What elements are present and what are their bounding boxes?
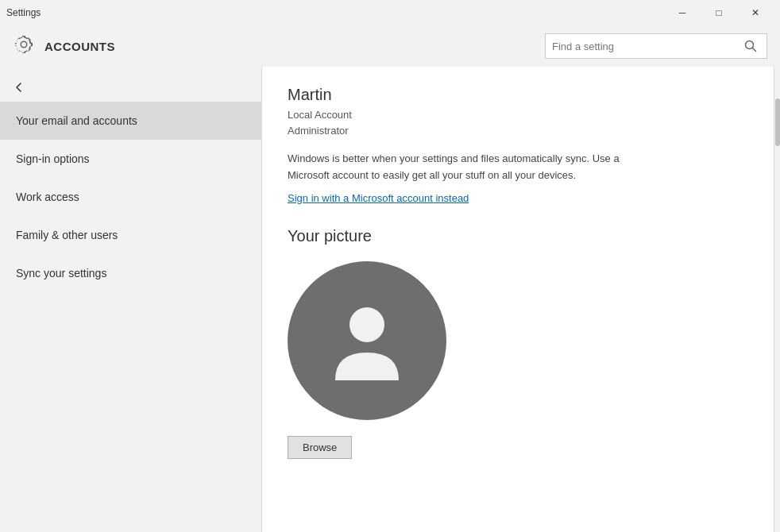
title-bar-controls: ─ □ ✕ (664, 0, 774, 25)
close-button[interactable]: ✕ (737, 0, 774, 25)
sidebar-item-sync-your-settings[interactable]: Sync your settings (0, 254, 261, 292)
user-name: Martin (288, 86, 748, 104)
title-bar-left: Settings (6, 7, 41, 18)
avatar (288, 261, 446, 420)
person-icon (327, 297, 407, 384)
browse-button[interactable]: Browse (288, 436, 352, 459)
sidebar-item-label: Family & other users (16, 229, 118, 241)
search-box (545, 33, 767, 59)
scrollbar-thumb[interactable] (775, 98, 780, 146)
gear-icon (13, 33, 35, 59)
maximize-button[interactable]: □ (701, 0, 737, 25)
minimize-button[interactable]: ─ (664, 0, 701, 25)
app-title: ACCOUNTS (44, 40, 115, 53)
main-layout: Your email and accounts Sign-in options … (0, 67, 780, 532)
search-icon (744, 40, 757, 52)
app-header-left: ACCOUNTS (13, 33, 115, 59)
title-bar-text: Settings (6, 7, 41, 18)
sidebar: Your email and accounts Sign-in options … (0, 67, 262, 532)
search-button[interactable] (735, 34, 766, 58)
back-row (0, 73, 261, 102)
sign-in-link[interactable]: Sign in with a Microsoft account instead (288, 192, 469, 204)
sidebar-item-your-email-and-accounts[interactable]: Your email and accounts (0, 102, 261, 140)
scrollbar-track (774, 67, 780, 532)
svg-point-2 (349, 307, 384, 342)
sidebar-item-label: Your email and accounts (16, 114, 137, 127)
app-header: ACCOUNTS (0, 25, 780, 67)
content-area: Martin Local Account Administrator Windo… (262, 67, 774, 532)
back-button[interactable] (6, 75, 32, 100)
back-icon (14, 82, 25, 93)
sidebar-item-sign-in-options[interactable]: Sign-in options (0, 140, 261, 178)
sidebar-item-work-access[interactable]: Work access (0, 178, 261, 216)
sidebar-item-label: Sync your settings (16, 267, 106, 279)
search-input[interactable] (546, 34, 735, 58)
picture-section-title: Your picture (288, 227, 748, 245)
svg-line-1 (753, 48, 756, 52)
sidebar-item-family-and-other-users[interactable]: Family & other users (0, 216, 261, 254)
sidebar-item-label: Work access (16, 191, 79, 203)
title-bar: Settings ─ □ ✕ (0, 0, 780, 25)
account-role: Administrator (288, 123, 748, 139)
sidebar-item-label: Sign-in options (16, 152, 90, 165)
account-type: Local Account (288, 107, 748, 123)
sync-message: Windows is better when your settings and… (288, 151, 637, 184)
